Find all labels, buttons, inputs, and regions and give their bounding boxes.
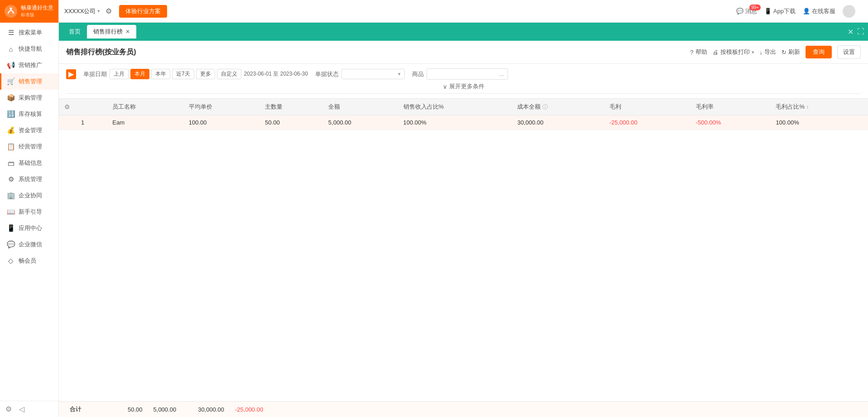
sidebar-item-inventory[interactable]: 🔢库存核算 — [0, 106, 58, 122]
tab-window-controls: ✕ ⛶ — [848, 28, 864, 36]
message-button[interactable]: 💬 消息 99+ — [736, 7, 757, 15]
export-icon: ↓ — [760, 49, 763, 56]
tab-home[interactable]: 首页 — [62, 25, 87, 38]
custom-date-btn[interactable]: 自定义 — [217, 69, 241, 79]
user-avatar[interactable] — [843, 5, 855, 18]
sidebar-item-sales[interactable]: 🛒销售管理 — [0, 73, 58, 90]
topbar: XXXXX公司 ▾ ⚙ 体验行业方案 💬 消息 99+ 📱 App下载 👤 在线… — [59, 0, 868, 23]
sidebar-item-basic[interactable]: 🗃基础信息 — [0, 155, 58, 171]
sidebar-item-enterprise[interactable]: 🏢企业协同 — [0, 187, 58, 204]
operations-icon: 📋 — [7, 143, 15, 151]
cost-info-icon[interactable]: ⓘ — [542, 104, 548, 110]
trial-button[interactable]: 体验行业方案 — [119, 5, 167, 18]
status-select[interactable]: ▾ — [341, 69, 405, 79]
system-icon: ⚙ — [7, 175, 15, 183]
th-amount: 全额 — [323, 99, 398, 115]
filter-row: ▶ 单据日期 上月 本月 本年 近7天 更多 自定义 2023-06-01 至 … — [66, 68, 861, 80]
gross-pct-info-icon[interactable]: ↕ — [806, 104, 809, 110]
window-close-icon[interactable]: ✕ — [848, 28, 854, 36]
service-icon: 👤 — [803, 8, 810, 14]
help-button[interactable]: ? 帮助 — [690, 48, 707, 56]
member-label: 畅会员 — [19, 257, 36, 265]
this-month-btn[interactable]: 本月 — [130, 69, 149, 79]
td-amount: 5,000.00 — [323, 115, 398, 130]
company-selector[interactable]: XXXXX公司 ▾ — [64, 7, 100, 15]
sidebar-item-finance[interactable]: 💰资金管理 — [0, 122, 58, 139]
last7-btn[interactable]: 近7天 — [172, 69, 194, 79]
print-button[interactable]: 🖨 按模板打印 ▾ — [713, 48, 754, 56]
goods-filter: 商品 ... — [412, 68, 508, 80]
apps-label: 应用中心 — [19, 224, 42, 232]
page-title: 销售排行榜(按业务员) — [66, 48, 690, 57]
column-settings-icon[interactable]: ⚙ — [64, 103, 70, 110]
footer-cost: 30,000.00 — [192, 406, 230, 413]
export-label: 导出 — [764, 48, 776, 56]
th-employee: 员工名称 — [107, 99, 183, 115]
expand-chevron: ∨ — [443, 83, 447, 90]
sidebar-item-purchase[interactable]: 📦采购管理 — [0, 90, 58, 106]
this-year-btn[interactable]: 本年 — [151, 69, 170, 79]
sidebar-item-member[interactable]: ◇畅会员 — [0, 253, 58, 269]
goods-input[interactable]: ... — [427, 68, 508, 80]
tab-close-icon[interactable]: ✕ — [125, 29, 130, 35]
settings-button[interactable]: 设置 — [837, 45, 861, 59]
sidebar-collapse-icon[interactable]: ◁ — [19, 405, 24, 413]
sidebar-item-search[interactable]: ☰搜索菜单 — [0, 24, 58, 41]
th-main-qty: 主数量 — [259, 99, 323, 115]
goods-filter-label: 商品 — [412, 70, 424, 78]
svg-point-0 — [5, 5, 17, 18]
guide-icon: 📖 — [7, 208, 15, 216]
filter-area: ▶ 单据日期 上月 本月 本年 近7天 更多 自定义 2023-06-01 至 … — [59, 64, 868, 99]
footer-gross: -25,000.00 — [230, 406, 269, 413]
inventory-icon: 🔢 — [7, 110, 15, 118]
expand-bar-content: ∨ 展开更多条件 — [443, 82, 484, 91]
inventory-label: 库存核算 — [19, 110, 42, 118]
tabbar: 首页 销售排行榜 ✕ ✕ ⛶ — [59, 23, 868, 41]
topbar-settings-icon[interactable]: ⚙ — [106, 7, 112, 15]
sidebar-item-system[interactable]: ⚙系统管理 — [0, 171, 58, 187]
td-gross-pct: 100.00% — [770, 115, 868, 130]
app-download-button[interactable]: 📱 App下载 — [764, 7, 796, 15]
enterprise-icon: 🏢 — [7, 192, 15, 200]
date-filter: 单据日期 上月 本月 本年 近7天 更多 自定义 2023-06-01 至 20… — [83, 69, 308, 79]
sales-icon: 🛒 — [7, 77, 15, 86]
sales-ranking-table: ⚙ 员工名称 平均单价 主数量 全额 销售收入占比% 成本全额 ⓘ 毛利 — [59, 99, 868, 130]
sidebar-item-wechat[interactable]: 💬企业微信 — [0, 236, 58, 253]
search-icon: ☰ — [7, 29, 15, 37]
sidebar-item-marketing[interactable]: 📢营销推广 — [0, 57, 58, 73]
sidebar-item-guide[interactable]: 📖新手引导 — [0, 204, 58, 220]
online-service-button[interactable]: 👤 在线客服 — [803, 7, 835, 15]
table-body: 1 Eam 100.00 50.00 5,000.00 100.00% 30,0… — [59, 115, 868, 130]
basic-label: 基础信息 — [19, 159, 42, 167]
sidebar-item-apps[interactable]: 📱应用中心 — [0, 220, 58, 236]
message-badge: 99+ — [749, 5, 761, 10]
goods-more-btn[interactable]: ... — [499, 71, 504, 77]
table-header-row: ⚙ 员工名称 平均单价 主数量 全额 销售收入占比% 成本全额 ⓘ 毛利 — [59, 99, 868, 115]
export-button[interactable]: ↓ 导出 — [760, 48, 777, 56]
tab-sales-ranking[interactable]: 销售排行榜 ✕ — [87, 25, 136, 38]
th-cost: 成本全额 ⓘ — [512, 99, 604, 115]
sidebar-item-operations[interactable]: 📋经营管理 — [0, 139, 58, 155]
print-dropdown-arrow: ▾ — [752, 49, 754, 55]
expand-more-bar[interactable]: ∨ 展开更多条件 — [66, 80, 861, 94]
th-gross: 毛利 — [604, 99, 691, 115]
sidebar-item-quick-nav[interactable]: ⌂快捷导航 — [0, 41, 58, 57]
refresh-button[interactable]: ↻ 刷新 — [782, 48, 800, 56]
td-sales-pct: 100.00% — [398, 115, 512, 130]
marketing-label: 营销推广 — [19, 61, 42, 69]
more-date-btn[interactable]: 更多 — [196, 69, 215, 79]
last-month-btn[interactable]: 上月 — [110, 69, 129, 79]
company-name: XXXXX公司 — [64, 7, 96, 15]
td-gross-rate: -500.00% — [691, 115, 771, 130]
topbar-right: 💬 消息 99+ 📱 App下载 👤 在线客服 — [736, 5, 863, 18]
purchase-icon: 📦 — [7, 94, 15, 102]
window-maximize-icon[interactable]: ⛶ — [857, 28, 864, 36]
td-gross: -25,000.00 — [604, 115, 691, 130]
th-rank — [76, 99, 107, 115]
sidebar-settings-icon[interactable]: ⚙ — [5, 405, 12, 413]
filter-collapse-icon[interactable]: ▶ — [66, 69, 76, 79]
status-select-arrow: ▾ — [398, 71, 401, 77]
th-avg-price: 平均单价 — [183, 99, 260, 115]
company-dropdown-arrow: ▾ — [97, 8, 100, 14]
query-button[interactable]: 查询 — [806, 46, 832, 58]
